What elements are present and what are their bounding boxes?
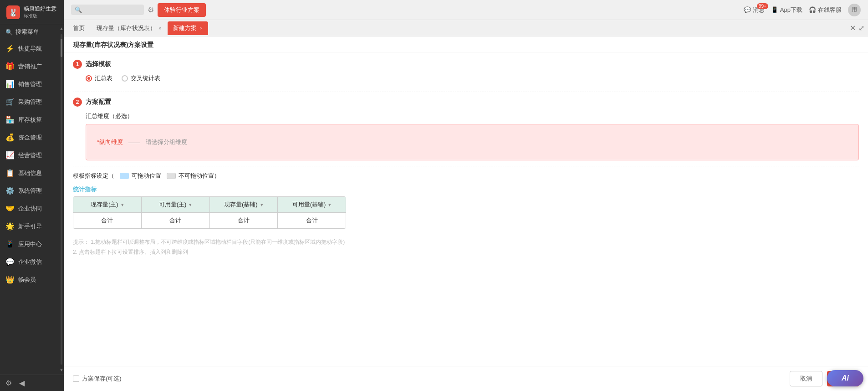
- stat-col-chevron-2[interactable]: ▾: [260, 202, 263, 208]
- radio-summary-label: 汇总表: [95, 74, 112, 82]
- sidebar-item-operations[interactable]: 📈 经营管理: [0, 146, 59, 164]
- sidebar-item-sales[interactable]: 📊 销售管理: [0, 75, 59, 93]
- sidebar-item-newbie[interactable]: 🌟 新手引导: [0, 217, 59, 235]
- dimension-placeholder: 请选择分组维度: [146, 138, 187, 146]
- search-menu-item[interactable]: 🔍 搜索菜单: [0, 24, 59, 40]
- section2-header: 2 方案配置: [73, 98, 859, 107]
- sidebar-scrollbar[interactable]: ▲ ▼: [59, 24, 64, 375]
- scroll-track: [61, 34, 62, 365]
- indicator-draggable-legend: 可拖动位置: [120, 172, 161, 180]
- cooperation-icon: 🤝: [5, 204, 15, 213]
- divider-2: [73, 166, 859, 166]
- sidebar-item-label: 经营管理: [18, 151, 42, 159]
- dimension-required: *纵向维度: [97, 138, 123, 146]
- divider-1: [73, 92, 859, 92]
- newbie-icon: 🌟: [5, 222, 15, 231]
- sidebar-item-label: 企业协同: [18, 205, 42, 213]
- tip-item-2: 2. 点击标题栏下拉可设置排序、插入列和删除列: [73, 247, 859, 257]
- tip-item-1: 提示： 1.拖动标题栏可以调整布局，不可跨维度或指标区域拖动栏目字段(只能在同一…: [73, 237, 859, 247]
- tab-new-close[interactable]: ×: [199, 26, 202, 31]
- ai-fab-button[interactable]: Ai: [827, 370, 863, 386]
- app-download-button[interactable]: 📱 App下载: [771, 6, 802, 14]
- headset-icon: 🎧: [809, 6, 816, 13]
- scheme-body: 1 选择模板 汇总表 交叉统计表 2: [64, 52, 868, 273]
- radio-cross-label: 交叉统计表: [131, 74, 160, 82]
- sidebar-item-label: 基础信息: [18, 169, 42, 177]
- stats-table-header: 现存量(主) ▾ 合计 可用量(主) ▾ 合计: [73, 197, 346, 228]
- radio-summary[interactable]: 汇总表: [86, 74, 112, 82]
- sidebar-item-basic[interactable]: 📋 基础信息: [0, 164, 59, 182]
- message-icon: 💬: [744, 6, 751, 13]
- sidebar-item-shortcut[interactable]: ⚡ 快捷导航: [0, 40, 59, 57]
- tip-text-1: 提示： 1.拖动标题栏可以调整布局，不可跨维度或指标区域拖动栏目字段(只能在同一…: [73, 237, 345, 247]
- topbar: 🔍 ⚙ 体验行业方案 💬 消息 99+ 📱 App下载 🎧 在线客服 用: [64, 0, 868, 20]
- tab-home[interactable]: 首页: [67, 21, 90, 35]
- save-checkbox[interactable]: 方案保存(可选): [73, 375, 122, 383]
- stat-col-0: 现存量(主) ▾ 合计: [73, 197, 142, 228]
- sidebar-item-label: 资金管理: [18, 134, 42, 142]
- stat-col-chevron-1[interactable]: ▾: [189, 202, 192, 208]
- window-close-icon[interactable]: ✕: [850, 24, 856, 32]
- save-checkbox-box[interactable]: [73, 376, 79, 382]
- sidebar-item-inventory[interactable]: 🏪 库存核算: [0, 111, 59, 129]
- user-avatar[interactable]: 用: [848, 4, 861, 16]
- topbar-gear-icon[interactable]: ⚙: [148, 5, 154, 14]
- stat-col-chevron-3[interactable]: ▾: [328, 202, 331, 208]
- trial-button[interactable]: 体验行业方案: [158, 3, 206, 17]
- dimension-box[interactable]: *纵向维度 —— 请选择分组维度: [86, 124, 859, 160]
- topbar-right: 💬 消息 99+ 📱 App下载 🎧 在线客服 用: [744, 4, 861, 16]
- ai-fab-label: Ai: [842, 374, 849, 382]
- online-service-button[interactable]: 🎧 在线客服: [809, 6, 842, 14]
- collapse-icon[interactable]: ◀: [19, 379, 25, 387]
- tab-home-label: 首页: [73, 24, 85, 32]
- app-name: 畅康通好生意: [24, 5, 56, 13]
- sidebar-item-purchase[interactable]: 🛒 采购管理: [0, 93, 59, 111]
- sidebar-item-wechat[interactable]: 💬 企业微信: [0, 253, 59, 271]
- radio-cross-dot: [122, 75, 128, 82]
- messages-badge: 99+: [757, 3, 768, 9]
- tips-section: 提示： 1.拖动标题栏可以调整布局，不可跨维度或指标区域拖动栏目字段(只能在同一…: [73, 237, 859, 257]
- section1-header: 1 选择模板: [73, 60, 859, 69]
- sidebar-item-cooperation[interactable]: 🤝 企业协同: [0, 200, 59, 217]
- sidebar-item-system[interactable]: ⚙️ 系统管理: [0, 182, 59, 200]
- page-title: 现存量(库存状况表)方案设置: [64, 36, 868, 52]
- template-options: 汇总表 交叉统计表: [86, 74, 859, 82]
- dimension-dash: ——: [128, 139, 140, 146]
- stat-col-header-label-3: 可用量(基辅): [292, 201, 326, 209]
- stats-table: 现存量(主) ▾ 合计 可用量(主) ▾ 合计: [73, 196, 346, 229]
- section-config: 2 方案配置 汇总维度（必选） *纵向维度 —— 请选择分组维度 模板指标设定（: [73, 98, 859, 257]
- stat-col-header-3: 可用量(基辅) ▾: [278, 197, 346, 213]
- settings-icon[interactable]: ⚙: [5, 379, 12, 387]
- sidebar-item-member[interactable]: 👑 畅会员: [0, 271, 59, 288]
- sidebar-item-label: 销售管理: [18, 80, 42, 88]
- operations-icon: 📈: [5, 151, 15, 159]
- sidebar-item-appcenter[interactable]: 📱 应用中心: [0, 235, 59, 253]
- save-checkbox-label: 方案保存(可选): [82, 375, 122, 383]
- appcenter-icon: 📱: [5, 240, 15, 248]
- window-expand-icon[interactable]: ⤢: [858, 24, 864, 32]
- sidebar-bottom: ⚙ ◀: [0, 375, 64, 391]
- sidebar-item-marketing[interactable]: 🎁 营销推广: [0, 57, 59, 75]
- sidebar-item-finance[interactable]: 💰 资金管理: [0, 129, 59, 146]
- tip-text-2: 2. 点击标题栏下拉可设置排序、插入列和删除列: [73, 247, 188, 257]
- sidebar-item-label: 畅会员: [18, 276, 36, 284]
- topbar-search-box[interactable]: 🔍: [71, 5, 144, 15]
- scroll-down-arrow[interactable]: ▼: [59, 366, 64, 374]
- tab-inventory[interactable]: 现存量（库存状况表） ×: [91, 21, 167, 35]
- tab-new-scheme[interactable]: 新建方案 ×: [168, 21, 208, 35]
- sidebar-item-label: 营销推广: [18, 62, 42, 71]
- stat-col-chevron-0[interactable]: ▾: [121, 202, 124, 208]
- scroll-up-arrow[interactable]: ▲: [59, 25, 64, 32]
- system-icon: ⚙️: [5, 186, 15, 195]
- content-area: 现存量(库存状况表)方案设置 1 选择模板 汇总表 交叉统计表: [64, 36, 868, 366]
- section-template: 1 选择模板 汇总表 交叉统计表: [73, 60, 859, 82]
- topbar-search-icon: 🔍: [75, 6, 82, 13]
- topbar-search-input[interactable]: [84, 7, 138, 13]
- sidebar-item-label: 系统管理: [18, 187, 42, 195]
- radio-cross[interactable]: 交叉统计表: [122, 74, 160, 82]
- cancel-button[interactable]: 取消: [790, 371, 822, 386]
- phone-icon: 📱: [771, 6, 778, 13]
- tab-inventory-close[interactable]: ×: [158, 26, 161, 31]
- messages-button[interactable]: 💬 消息 99+: [744, 6, 765, 14]
- main-area: 🔍 ⚙ 体验行业方案 💬 消息 99+ 📱 App下载 🎧 在线客服 用: [64, 0, 868, 391]
